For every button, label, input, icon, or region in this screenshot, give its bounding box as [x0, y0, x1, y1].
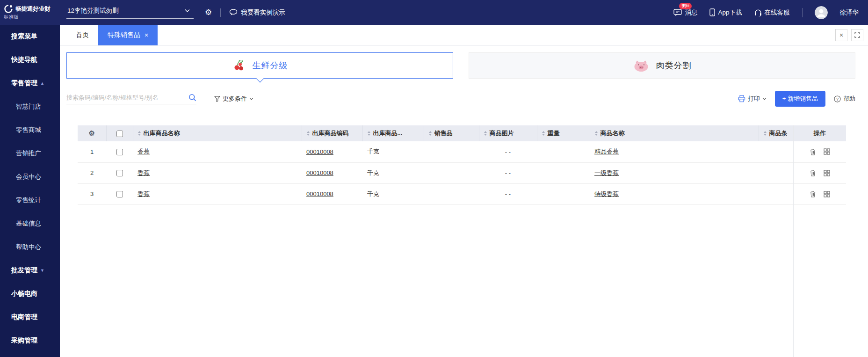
chevron-up-icon: ▲: [40, 81, 44, 86]
sort-icon[interactable]: [595, 131, 598, 136]
column-header: 操作: [814, 130, 826, 137]
more-filters-button[interactable]: 更多条件: [214, 95, 253, 103]
sort-icon[interactable]: [138, 131, 141, 136]
item-code-link[interactable]: 00010008: [306, 169, 333, 176]
question-circle-icon: ?: [834, 95, 841, 102]
sort-icon[interactable]: [484, 131, 487, 136]
sidebar-item-help-center[interactable]: 帮助中心: [0, 235, 60, 259]
tab-special-sales[interactable]: 特殊销售品 ×: [98, 25, 158, 45]
sidebar-item-procurement-management[interactable]: 采购管理: [0, 329, 60, 352]
sidebar-item-label: 电商管理: [11, 313, 37, 321]
grid-icon[interactable]: [824, 191, 830, 197]
item-name-link[interactable]: 香蕉: [137, 169, 150, 176]
item-code-link[interactable]: 00010008: [306, 190, 333, 197]
close-icon[interactable]: ×: [145, 32, 148, 38]
product-name-link[interactable]: 特级香蕉: [594, 190, 619, 197]
sidebar-item-label: 采购管理: [11, 336, 37, 345]
sidebar-item-xiaochang-ecommerce[interactable]: 小畅电商: [0, 282, 60, 306]
sidebar-item-ecommerce-management[interactable]: 电商管理: [0, 306, 60, 329]
messages-button[interactable]: 99+ 消息: [673, 8, 697, 17]
sidebar-item-label: 智慧门店: [16, 102, 41, 111]
category-tab-label: 生鲜分级: [253, 60, 288, 71]
delete-icon[interactable]: [810, 190, 816, 197]
messages-label: 消息: [685, 8, 697, 17]
tabbar-actions: ×: [835, 25, 868, 45]
account-selector[interactable]: 12李艳芬测试勿删: [66, 7, 194, 19]
sort-icon[interactable]: [429, 131, 432, 136]
search-input[interactable]: [66, 94, 186, 101]
avatar[interactable]: [815, 6, 828, 19]
tab-label: 首页: [76, 31, 89, 39]
help-button[interactable]: ? 帮助: [834, 95, 855, 103]
product-name-link[interactable]: 精品香蕉: [594, 148, 619, 155]
product-name-link[interactable]: 一级香蕉: [594, 169, 619, 176]
sort-icon[interactable]: [542, 131, 545, 136]
print-label: 打印: [748, 95, 760, 103]
item-name-link[interactable]: 香蕉: [137, 190, 150, 197]
online-service-button[interactable]: 在线客服: [754, 8, 790, 17]
delete-icon[interactable]: [810, 148, 816, 155]
sidebar-item-member-center[interactable]: 会员中心: [0, 165, 60, 189]
sidebar-item-retail-mall[interactable]: 零售商城: [0, 118, 60, 142]
close-tabs-button[interactable]: ×: [835, 29, 847, 41]
chevron-down-icon: [249, 97, 253, 101]
demo-link[interactable]: 我要看实例演示: [229, 8, 285, 17]
sidebar-item-retail-stats[interactable]: 零售统计: [0, 189, 60, 212]
chevron-down-icon: ▼: [40, 269, 44, 273]
category-tab-meat-cutting[interactable]: 肉类分割: [469, 52, 855, 79]
app-download-button[interactable]: App下载: [709, 8, 742, 17]
sidebar-item-quick-nav[interactable]: 快捷导航: [0, 48, 60, 72]
sort-icon[interactable]: [368, 131, 370, 136]
add-sales-item-button[interactable]: + 新增销售品: [775, 91, 825, 107]
fullscreen-button[interactable]: [851, 29, 863, 41]
logo-icon: [4, 4, 13, 14]
account-selector-value: 12李艳芬测试勿删: [67, 7, 119, 15]
fixed-column-divider: [793, 125, 794, 357]
demo-link-label: 我要看实例演示: [241, 8, 285, 17]
sidebar-item-label: 批发管理: [11, 266, 37, 275]
topbar-divider: [802, 8, 803, 17]
sidebar-item-label: 快捷导航: [11, 56, 37, 64]
grid-icon[interactable]: [824, 170, 830, 176]
row-index: 2: [90, 169, 94, 176]
sidebar: 搜索菜单 快捷导航 零售管理▲ 智慧门店 零售商城 营销推广 会员中心 零售统计…: [0, 25, 60, 357]
toolbar: 更多条件 打印: [60, 79, 868, 107]
logo-subtitle: 标准版: [4, 14, 60, 21]
sidebar-item-label: 零售统计: [16, 196, 41, 204]
column-header: 出库商品...: [373, 129, 403, 138]
chevron-down-icon: [185, 9, 190, 13]
column-header: 重量: [548, 129, 560, 138]
more-filters-label: 更多条件: [223, 95, 247, 103]
tab-home[interactable]: 首页: [66, 25, 98, 45]
sidebar-item-search-menu[interactable]: 搜索菜单: [0, 25, 60, 48]
table-row: 1 香蕉 00010008 千克 - - 精品香蕉: [78, 141, 846, 162]
table-header-row: ⚙ 出库商品名称 出库商品编码 出库商品... 销售品 商品图片 重量 商品名称…: [78, 125, 846, 141]
settings-gear-icon[interactable]: ⚙: [205, 8, 212, 16]
row-checkbox[interactable]: [116, 170, 123, 176]
print-button[interactable]: 打印: [738, 95, 767, 103]
sort-icon[interactable]: [307, 131, 310, 136]
item-code-link[interactable]: 00010008: [306, 148, 333, 155]
app-download-label: App下载: [718, 8, 742, 17]
sort-icon[interactable]: [764, 131, 767, 136]
row-checkbox[interactable]: [116, 149, 123, 155]
search-icon[interactable]: [188, 94, 196, 102]
grid-icon[interactable]: [824, 148, 830, 155]
sidebar-item-smart-store[interactable]: 智慧门店: [0, 95, 60, 118]
row-checkbox[interactable]: [116, 191, 123, 197]
sidebar-item-label: 基础信息: [16, 219, 41, 228]
select-all-checkbox[interactable]: [116, 131, 123, 137]
sidebar-item-basic-info[interactable]: 基础信息: [0, 212, 60, 235]
item-name-link[interactable]: 香蕉: [137, 148, 150, 155]
sidebar-group-wholesale-management[interactable]: 批发管理▼: [0, 259, 60, 282]
table-row: 2 香蕉 00010008 千克 - - 一级香蕉: [78, 162, 846, 183]
column-header: 销售品: [434, 129, 453, 138]
topbar-divider: [220, 8, 221, 17]
column-settings-gear-icon[interactable]: ⚙: [89, 129, 95, 137]
sidebar-item-marketing[interactable]: 营销推广: [0, 142, 60, 165]
category-tab-fresh-grading[interactable]: 生鲜分级: [66, 52, 453, 79]
delete-icon[interactable]: [810, 169, 816, 176]
tab-label: 特殊销售品: [108, 31, 140, 39]
sidebar-group-retail-management[interactable]: 零售管理▲: [0, 72, 60, 95]
sidebar-item-label: 营销推广: [16, 149, 41, 158]
